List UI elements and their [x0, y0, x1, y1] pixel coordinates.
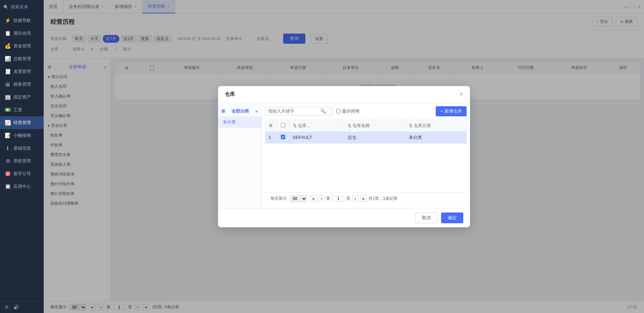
- tax-mgmt-icon: 🏛: [5, 82, 11, 87]
- general-ledger-icon: 📊: [5, 56, 11, 62]
- sidebar-item-label: 固定资产: [13, 94, 31, 100]
- fixed-assets-icon: 🏢: [5, 94, 11, 100]
- search-icon: 🔍: [3, 5, 9, 10]
- modal-col-settings[interactable]: ⚙: [265, 120, 277, 131]
- show-disabled-label[interactable]: 显示停用: [336, 108, 359, 114]
- modal-per-page-label: 每页显示: [270, 196, 287, 201]
- modal-search-box[interactable]: 🔍: [265, 107, 332, 115]
- warehouse-modal: 仓库 × ⊞ 全部分类 « 未分类: [218, 86, 470, 227]
- modal-category-icon: ⊞: [221, 109, 225, 114]
- settings-gear-icon[interactable]: ⚙: [5, 305, 9, 310]
- sidebar-item-label: 项目合同: [13, 30, 31, 36]
- row-index: 1: [265, 131, 277, 143]
- sort-icon: ⇅: [293, 123, 297, 128]
- sidebar-search[interactable]: 🔍 搜索菜单: [0, 0, 44, 14]
- modal-first-page[interactable]: «: [310, 195, 317, 202]
- modal-select-all[interactable]: [281, 123, 285, 127]
- sort-icon2: ⇅: [348, 123, 351, 128]
- modal-collapse-icon[interactable]: «: [255, 109, 258, 114]
- row-num: DEFAULT: [289, 131, 344, 143]
- confirm-button[interactable]: 确定: [441, 212, 463, 223]
- modal-col-num: ⇅ 仓库...: [289, 120, 344, 131]
- modal-col-name: ⇅ 仓库名称: [344, 120, 405, 131]
- sidebar-search-label: 搜索菜单: [11, 4, 28, 10]
- sidebar-item-business-mgmt[interactable]: 📈 经营管理: [0, 116, 44, 129]
- sys-mgmt-icon: ⚙: [5, 158, 11, 164]
- modal-page-end: 页: [346, 196, 350, 201]
- sidebar-bottom: ⚙ 🔊: [0, 301, 44, 313]
- audio-icon[interactable]: 🔊: [13, 305, 19, 310]
- show-disabled-text: 显示停用: [342, 108, 359, 114]
- sidebar: 🔍 搜索菜单 ⚡ 快捷导航 📋 项目合同 💰 资金管理 📊 总账管理 🧾 发票管…: [0, 0, 44, 313]
- modal-all-categories[interactable]: ⊞ 全部分类 «: [218, 106, 261, 116]
- sidebar-item-label: 经营管理: [13, 120, 31, 126]
- modal-per-page-select[interactable]: 50 100: [290, 195, 307, 202]
- sidebar-item-fixed-assets[interactable]: 🏢 固定资产: [0, 91, 44, 104]
- sidebar-item-label: 新手引导: [13, 171, 31, 177]
- row-name: 总仓: [344, 131, 405, 143]
- modal-page-input[interactable]: [332, 196, 344, 202]
- sidebar-item-newbie[interactable]: 🎯 新手引导: [0, 167, 44, 180]
- modal-col-checkbox[interactable]: [277, 120, 289, 131]
- sidebar-item-payroll[interactable]: 💵 工资: [0, 104, 44, 116]
- sort-icon3: ⇅: [409, 123, 413, 128]
- modal-last-page[interactable]: »: [360, 195, 367, 202]
- row-select-checkbox[interactable]: [281, 135, 285, 139]
- modal-unclassified-label: 未分类: [223, 119, 236, 124]
- modal-unclassified-item[interactable]: 未分类: [218, 116, 261, 128]
- add-icon: +: [440, 109, 443, 114]
- modal-close-button[interactable]: ×: [460, 91, 463, 98]
- modal-total: 共1页，1条记录: [369, 196, 397, 201]
- sidebar-item-sys-mgmt[interactable]: ⚙ 系统管理: [0, 155, 44, 167]
- sidebar-item-xiao-chang[interactable]: 📝 小畅报销: [0, 129, 44, 142]
- modal-table: ⚙ ⇅ 仓库... ⇅ 仓库名称 ⇅ 仓库分类: [265, 120, 467, 144]
- sidebar-item-label: 系统管理: [13, 158, 31, 164]
- modal-page-nav: « ‹ 算 页 › » 共1页，1条记录: [310, 195, 397, 202]
- sidebar-item-quick-nav[interactable]: ⚡ 快捷导航: [0, 14, 44, 27]
- cancel-button[interactable]: 取消: [415, 212, 438, 223]
- row-category: 未分类: [405, 131, 466, 143]
- sidebar-item-label: 基础信息: [13, 145, 31, 151]
- modal-title: 仓库: [225, 91, 235, 97]
- project-contract-icon: 📋: [5, 30, 11, 36]
- modal-search-input[interactable]: [268, 109, 318, 114]
- modal-table-container: ⚙ ⇅ 仓库... ⇅ 仓库名称 ⇅ 仓库分类: [265, 120, 467, 192]
- sidebar-item-label: 总账管理: [13, 56, 31, 62]
- row-checkbox[interactable]: [277, 131, 289, 143]
- sidebar-item-label: 工资: [13, 107, 22, 113]
- show-disabled-checkbox[interactable]: [336, 109, 341, 113]
- sidebar-item-label: 快捷导航: [13, 17, 31, 24]
- quick-nav-icon: ⚡: [5, 17, 11, 24]
- sidebar-item-label: 税务管理: [13, 81, 31, 87]
- table-row[interactable]: 1 DEFAULT 总仓 未分类: [265, 131, 466, 143]
- xiao-chang-icon: 📝: [5, 132, 11, 139]
- sidebar-item-label: 资金管理: [13, 43, 31, 49]
- sidebar-item-invoice-mgmt[interactable]: 🧾 发票管理: [0, 65, 44, 78]
- sidebar-item-label: 小畅报销: [13, 132, 31, 139]
- sidebar-item-fund-mgmt[interactable]: 💰 资金管理: [0, 40, 44, 52]
- sidebar-item-tax-mgmt[interactable]: 🏛 税务管理: [0, 78, 44, 91]
- sidebar-item-general-ledger[interactable]: 📊 总账管理: [0, 52, 44, 65]
- basic-info-icon: ℹ: [5, 145, 11, 151]
- sidebar-item-basic-info[interactable]: ℹ 基础信息: [0, 142, 44, 155]
- modal-toolbar-left: 🔍 显示停用: [265, 107, 359, 115]
- add-label: 新增仓库: [444, 108, 462, 114]
- modal-body: ⊞ 全部分类 « 未分类 🔍: [218, 103, 470, 208]
- add-warehouse-button[interactable]: + 新增仓库: [436, 106, 467, 116]
- modal-next-page[interactable]: ›: [352, 195, 358, 202]
- modal-overlay: 仓库 × ⊞ 全部分类 « 未分类: [44, 0, 644, 313]
- modal-left-panel: ⊞ 全部分类 « 未分类: [218, 103, 262, 208]
- sidebar-item-project-contract[interactable]: 📋 项目合同: [0, 27, 44, 40]
- fund-mgmt-icon: 💰: [5, 43, 11, 49]
- sidebar-item-app-center[interactable]: 🔲 应用中心: [0, 180, 44, 193]
- modal-actions: 取消 确定: [218, 208, 470, 227]
- sidebar-item-label: 发票管理: [13, 69, 31, 75]
- modal-prev-page[interactable]: ‹: [319, 195, 324, 202]
- modal-toolbar: 🔍 显示停用 + 新增仓库: [265, 106, 467, 116]
- modal-footer-bar: 每页显示 50 100 « ‹ 算 页 › » 共1页，1条记录: [265, 192, 467, 205]
- modal-col-category: ⇅ 仓库分类: [405, 120, 466, 131]
- payroll-icon: 💵: [5, 107, 11, 113]
- invoice-mgmt-icon: 🧾: [5, 69, 11, 75]
- business-mgmt-icon: 📈: [5, 120, 11, 126]
- modal-all-label: 全部分类: [231, 108, 249, 114]
